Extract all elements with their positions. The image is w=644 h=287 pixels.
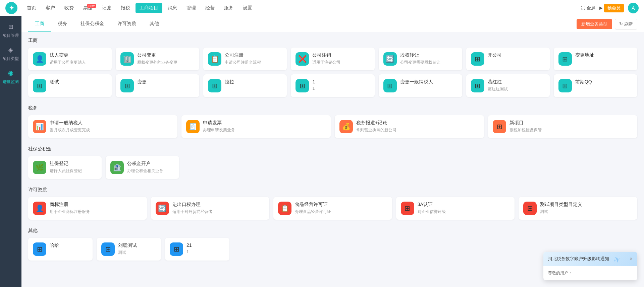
card-icon: 💰: [339, 120, 353, 133]
tab-gongshang[interactable]: 工商: [28, 16, 51, 32]
nav-industry[interactable]: 工商项目: [136, 3, 162, 13]
card-biangeng-nashuiren[interactable]: ⊞ 变更一般纳税人: [379, 74, 462, 97]
card-gehonghong[interactable]: ⊞ 葛红红 葛红红测试: [466, 74, 550, 97]
card-icon: ⊞: [33, 79, 46, 92]
shuiwu-cards: 📊 申请一般纳税人 当月或次月成变更完成 🧾 申请发票 办理申请发票业务 💰: [28, 115, 637, 138]
card-icon: 👤: [33, 202, 46, 215]
gongshang-cards-row1: 👤 法人变更 适用于公司变更法人 🏢 公司变更 股权变更外的业务变更 📋: [28, 48, 637, 70]
card-gongsi-zhuce[interactable]: 📋 公司注册 申请公司注册全流程: [203, 48, 287, 70]
card-icon: ⊞: [383, 79, 397, 92]
sidebar: ⊞ 项目管理 ◈ 项目类型 ◉ 进度监测: [0, 16, 21, 287]
card-icon: 📊: [33, 120, 46, 133]
card-icon: 📋: [278, 202, 291, 215]
sub-nav-actions: 新增业务类型 ↻ 刷新: [577, 19, 637, 29]
other-cards: ⊞ 哈哈 ⊞ 刘聪测试 测试 ⊞ 21: [28, 238, 229, 261]
nav-customer[interactable]: 客户: [42, 3, 59, 13]
refresh-icon: ↻: [619, 21, 623, 26]
monitor-icon: ◉: [6, 68, 15, 78]
category-icon: ◈: [6, 45, 15, 55]
section-shebao-title: 社保公积金: [28, 146, 637, 152]
card-icon: ⊞: [208, 79, 221, 92]
card-3a-renzheng[interactable]: ⊞ 3A认证 对企业信誉评级: [396, 197, 515, 220]
avatar[interactable]: A: [628, 3, 639, 13]
nav-billing[interactable]: 收费: [60, 3, 78, 13]
card-jinchuko-banli[interactable]: 🔄 进出口权办理 适用于对外贸易经营者: [151, 197, 270, 220]
fullscreen-icon: ⛶: [581, 5, 585, 10]
tab-shuiwu[interactable]: 税务: [51, 16, 74, 32]
grid-icon: ⊞: [6, 22, 15, 31]
section-xuke: 许可资质 👤 商标注册 用于企业商标注册服务 🔄 进出口权办理 适用于对外贸易经…: [28, 187, 637, 220]
card-guquan-zhuanrang[interactable]: 🔄 股权转让 公司变更需要股权转让: [379, 48, 462, 70]
section-shuiwu: 税务 📊 申请一般纳税人 当月或次月成变更完成 🧾 申请发票 办理申请发票业务: [28, 105, 637, 138]
card-icon: 🔄: [383, 52, 397, 66]
sidebar-item-project-type[interactable]: ◈ 项目类型: [0, 42, 21, 65]
nav-settings[interactable]: 设置: [239, 3, 256, 13]
card-gongsi-biangeng[interactable]: 🏢 公司变更 股权变更外的业务变更: [116, 48, 199, 70]
tab-shebao[interactable]: 社保公积金: [74, 16, 111, 32]
card-icon: 🏦: [110, 161, 124, 174]
nav-message[interactable]: 消息: [164, 3, 181, 13]
notification-title: 河北税务数字账户升级影响通知: [548, 256, 609, 262]
card-ceshi-leixing[interactable]: ⊞ 测试项目类型目定义 测试: [519, 197, 637, 220]
nav-bookkeeping[interactable]: 记账: [98, 3, 115, 13]
card-icon: ⊞: [558, 52, 572, 66]
nav-operation[interactable]: 经营: [201, 3, 219, 13]
card-shenqing-fapiao[interactable]: 🧾 申请发票 办理申请发票业务: [181, 115, 331, 138]
nav-tax[interactable]: 报税: [117, 3, 134, 13]
card-haha[interactable]: ⊞ 哈哈: [28, 238, 93, 261]
card-shebao-dengji[interactable]: 🌿 社保登记 进行人员社保登记: [28, 156, 102, 179]
sidebar-item-progress[interactable]: ◉ 进度监测: [0, 65, 21, 88]
card-lala[interactable]: ⊞ 拉拉: [203, 74, 287, 97]
sidebar-item-project-manage[interactable]: ⊞ 项目管理: [0, 19, 21, 42]
card-icon: ⊞: [33, 242, 46, 256]
notification-body: 尊敬的用户：: [543, 266, 637, 280]
card-gongjijin-kaihu[interactable]: 🏦 公积金开户 办理公积金相关业务: [106, 156, 179, 179]
card-icon: 🏢: [120, 52, 134, 66]
card-icon: 📋: [208, 52, 221, 66]
logo[interactable]: ✦: [5, 2, 17, 14]
card-kai-gongsi[interactable]: ⊞ 开公司: [466, 48, 550, 70]
notification-close[interactable]: ×: [630, 256, 633, 262]
tab-other[interactable]: 其他: [143, 16, 166, 32]
card-shangbiao-zhuce[interactable]: 👤 商标注册 用于企业商标注册服务: [28, 197, 147, 220]
card-icon: ❌: [296, 52, 309, 66]
content-area: 工商 👤 法人变更 适用于公司变更法人 🏢 公司变更 股权变更外的业务变更: [21, 32, 644, 287]
card-icon: ⊞: [558, 79, 572, 92]
main-content: 工商 税务 社保公积金 许可资质 其他 新增业务类型 ↻ 刷新 工商 👤 法人变…: [21, 16, 644, 287]
card-xin-xiangmu[interactable]: ⊞ 新项目 报税加税控盘保管: [488, 115, 637, 138]
vip-badge[interactable]: 畅会员: [604, 4, 624, 12]
tab-xuke[interactable]: 许可资质: [111, 16, 143, 32]
card-liucong-ceshi[interactable]: ⊞ 刘聪测试 测试: [97, 238, 161, 261]
nav-home[interactable]: 首页: [23, 3, 40, 13]
card-ceshi[interactable]: ⊞ 测试: [28, 74, 112, 97]
new-type-button[interactable]: 新增业务类型: [577, 19, 612, 29]
card-icon: ⊞: [120, 79, 134, 92]
fullscreen-btn[interactable]: ⛶ 全屏: [581, 5, 595, 11]
sub-nav: 工商 税务 社保公积金 许可资质 其他 新增业务类型 ↻ 刷新: [21, 16, 644, 32]
card-biangeng2[interactable]: ⊞ 变更: [116, 74, 199, 97]
nav-service[interactable]: 服务: [220, 3, 237, 13]
card-icon: 🔄: [156, 202, 169, 215]
card-gongsi-zhuxiao[interactable]: ❌ 公司注销 适用于注销公司: [291, 48, 374, 70]
card-qianqiQQ[interactable]: ⊞ 前期QQ: [554, 74, 637, 97]
refresh-button[interactable]: ↻ 刷新: [615, 19, 637, 29]
card-shenqing-nashuiren[interactable]: 📊 申请一般纳税人 当月或次月成变更完成: [28, 115, 177, 138]
card-biangeng-dizhi[interactable]: ⊞ 变更地址: [554, 48, 637, 70]
section-xuke-title: 许可资质: [28, 187, 637, 193]
card-faren-biangeng[interactable]: 👤 法人变更 适用于公司变更法人: [28, 48, 112, 70]
card-shipin-xuke[interactable]: 📋 食品经营许可证 办理食品经营许可证: [273, 197, 392, 220]
notification-header: 河北税务数字账户升级影响通知 × ✈: [543, 252, 637, 266]
nav-manage[interactable]: 管理: [182, 3, 200, 13]
xuke-cards: 👤 商标注册 用于企业商标注册服务 🔄 进出口权办理 适用于对外贸易经营者 📋: [28, 197, 637, 220]
vip-video-btn[interactable]: ▶ 畅会员: [599, 4, 624, 12]
card-icon: ⊞: [523, 202, 537, 215]
card-shuiwu-baodao[interactable]: 💰 税务报道+记账 拿到营业执照的新公司: [335, 115, 484, 138]
section-gongshang-title: 工商: [28, 38, 637, 44]
card-21[interactable]: ⊞ 21 1: [165, 238, 229, 261]
play-icon: ▶: [599, 5, 603, 10]
card-icon: 👤: [33, 52, 46, 66]
nav-invoice[interactable]: 票据 new: [79, 3, 97, 13]
nav-right: ⛶ 全屏 ▶ 畅会员 A: [581, 3, 639, 13]
card-1[interactable]: ⊞ 1 1: [291, 74, 374, 97]
card-icon: 🌿: [33, 161, 46, 174]
